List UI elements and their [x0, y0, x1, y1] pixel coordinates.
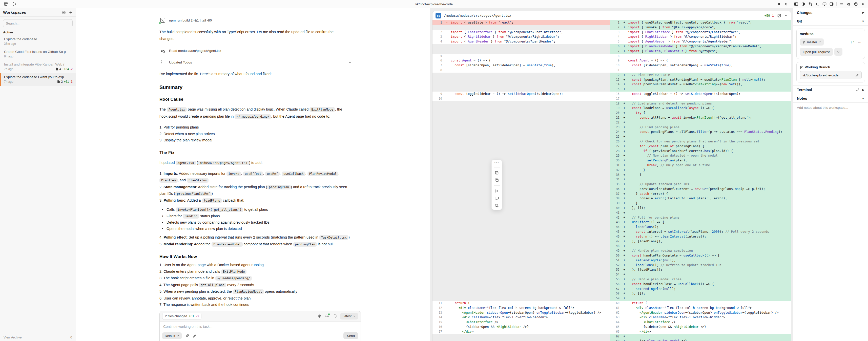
file-icon	[57, 80, 60, 83]
diff-row: 42+ // Poll for pending plans	[432, 215, 791, 220]
notes-section-header[interactable]: Notes ▼	[793, 94, 868, 103]
list-item: •Calls invoke<PlanItem[]>('get_all_plans…	[159, 207, 350, 213]
diff-row: 44+ loadPlans();	[432, 225, 791, 229]
diff-new-side: 26+ // Check for new pending plans that …	[610, 139, 791, 144]
ordered-list: 4. Polling effect: Set up a polling inte…	[159, 234, 350, 248]
diff-old-side	[432, 177, 610, 182]
copy-icon[interactable]	[495, 178, 499, 182]
diff-row: 49+ // Handle plan review completion	[432, 248, 791, 253]
workspace-item[interactable]: Create Good First Issues on Github So p6…	[0, 48, 76, 60]
drag-handle-icon[interactable]: •••	[494, 162, 499, 164]
slashed-square-icon[interactable]	[495, 171, 499, 175]
diff-row: 51+ setPendingPlan(null);	[432, 258, 791, 263]
tool-call-terminal[interactable]: npm run build 2>&1 | tail -80	[159, 17, 352, 24]
tool-call-todos[interactable]: Updated Todos	[159, 59, 352, 65]
chat-paragraph: The Agent.tsx page was missing all plan …	[159, 106, 349, 120]
list-item: 1. Poll for pending plans	[159, 124, 350, 131]
text-run: Modal rendering	[163, 242, 192, 246]
diff-row: 7+import { PlanItem, PlanStatus } from "…	[432, 49, 791, 54]
branch-icon	[800, 65, 803, 69]
diff-row: 12+ // Plan review state	[432, 72, 791, 78]
paperclip-icon[interactable]	[185, 334, 189, 338]
diff-row: 1-import { useState } from "react";1+imp…	[432, 20, 791, 25]
diff-row: 15 <ChatInterface />64 <ChatInterface />	[432, 320, 791, 324]
diff-new-side: 52+ loadPlans(); // Refresh to update tr…	[610, 263, 791, 268]
files-changed-pill[interactable]: 2 files changed +61 -3	[162, 313, 202, 320]
pen-icon[interactable]	[193, 334, 197, 338]
todos-icon[interactable]	[325, 314, 329, 318]
diff-row: 34+	[432, 177, 791, 182]
list-item: 1. User is on the Agent page with a Dock…	[159, 262, 350, 269]
chevron-down-icon[interactable]	[784, 14, 788, 17]
chevron-down-icon[interactable]	[348, 60, 352, 64]
diff-new-side: 34+	[610, 177, 791, 182]
slashed-square-icon[interactable]	[777, 14, 781, 18]
diff-row: 13 <AgentHeader sidebarOpen={sidebarOpen…	[432, 310, 791, 315]
edit-pencil-icon[interactable]	[855, 73, 859, 77]
layers-icon[interactable]	[62, 11, 66, 14]
commits-ahead: ↑ 1	[850, 40, 855, 44]
send-button[interactable]: Send	[343, 332, 358, 339]
diff-old-side	[432, 106, 610, 111]
more-options-icon[interactable]: ⋯	[858, 40, 862, 44]
diff-old-side	[432, 287, 610, 291]
diff-row: 3import { RightSidebar } from "@/compone…	[432, 34, 791, 39]
workspace-item[interactable]: Explore the codebase35m ago	[0, 35, 76, 48]
text-run: ,	[280, 172, 282, 176]
diff-new-side: 23+ // Find pending plans	[610, 125, 791, 130]
diff-old-side: 14 <div className="flex flex-1 overflow-…	[432, 315, 610, 320]
text-run: , and	[178, 178, 187, 182]
diff-new-side: 5import { AgentHeader } from "@/componen…	[610, 39, 791, 44]
view-archive-link[interactable]: View Archive	[4, 336, 22, 339]
list-item: 2. State management: Added state for tra…	[159, 184, 350, 197]
diff-new-side: 30+ setPendingPlan(plan);	[610, 158, 791, 163]
diff-row: 15+	[432, 87, 791, 92]
diff-row: 2import { ChatInterface } from "@/compon…	[432, 30, 791, 35]
diff-old-side: 4import { AgentHeader } from "@/componen…	[432, 39, 610, 44]
text-run: State management	[163, 185, 196, 189]
pull-request-caret-button[interactable]	[834, 48, 842, 56]
open-pull-request-button[interactable]: Open pull request	[800, 48, 833, 56]
diff-old-side: 5	[432, 54, 610, 58]
tool-call-read[interactable]: Read medusa/src/pages/Agent.tsx	[159, 47, 352, 54]
latest-dropdown[interactable]: Latest	[340, 313, 358, 319]
diff-new-side: 32+ }	[610, 168, 791, 173]
files-changed-label: 2 files changed	[165, 314, 187, 318]
terminal-section-header[interactable]: Terminal ▶	[793, 86, 868, 94]
diff-old-side	[432, 201, 610, 206]
diff-old-side	[432, 101, 610, 106]
diff-row: 18+ // Load plans and detect new pending…	[432, 101, 791, 106]
text-run: The Agent page polls	[163, 283, 199, 287]
play-icon[interactable]	[495, 189, 499, 193]
changes-section-header[interactable]: Changes ▶	[793, 8, 868, 17]
list-item: 6. User can review, annotate, approve, o…	[159, 295, 350, 302]
display-icon[interactable]	[495, 196, 499, 200]
inline-code: Pending	[183, 214, 199, 219]
diff-new-side: 67+	[610, 334, 791, 339]
notes-placeholder[interactable]: Add notes about this workspace...	[793, 103, 868, 113]
git-section-header[interactable]: Git ▼	[793, 17, 868, 26]
working-branch-input[interactable]	[802, 73, 853, 77]
diff-old-side	[432, 296, 610, 301]
spark-icon[interactable]	[317, 314, 321, 318]
terminal-label: Terminal	[797, 88, 812, 92]
diff-panel: TS /medusa/medusa/src/pages/Agent.tsx +5…	[430, 8, 793, 341]
branch-icon	[802, 40, 805, 44]
diff-additions: +59	[765, 14, 770, 18]
branch-selector[interactable]: master	[800, 38, 824, 45]
search-input[interactable]	[3, 19, 73, 27]
diff-new-side: 20+ try {	[610, 111, 791, 115]
diff-old-side	[432, 229, 610, 234]
text-run: to get all plans	[243, 208, 268, 212]
inline-code: PlanReviewModal	[212, 242, 242, 247]
git-compare-icon[interactable]	[495, 204, 499, 208]
diff-old-side	[432, 125, 610, 130]
diff-new-side: 7+import { PlanItem, PlanStatus } from "…	[610, 49, 791, 54]
diff-row: 16 {sidebarOpen && <RightSidebar />}65 {…	[432, 324, 791, 329]
workspace-item[interactable]: Install and integrate Vibe Kanban Web (7…	[0, 60, 76, 73]
plus-icon[interactable]	[69, 11, 73, 14]
workspace-item[interactable]: Explore the codebase I want you to exp7h…	[0, 73, 76, 86]
model-dropdown[interactable]: Default	[162, 332, 182, 339]
message-input[interactable]	[163, 324, 350, 329]
expand-icon[interactable]	[856, 88, 859, 92]
